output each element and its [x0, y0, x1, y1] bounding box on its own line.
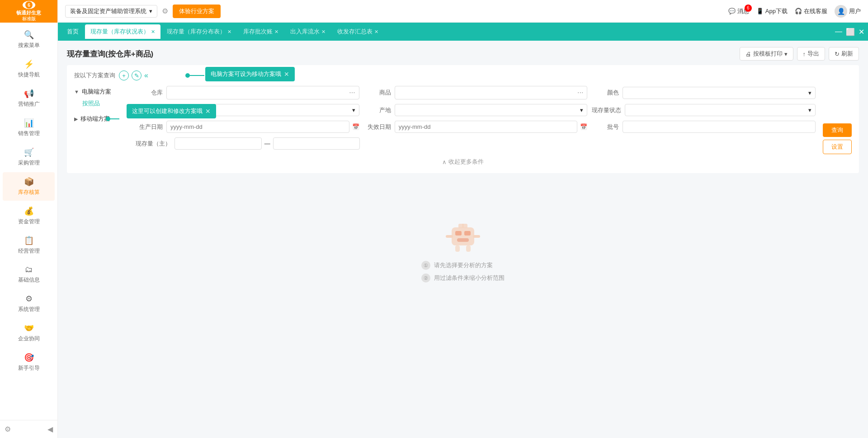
chevron-up-icon: ∧ [442, 159, 447, 165]
goods-select[interactable]: ··· [395, 86, 588, 99]
scheme-desktop-group[interactable]: ▼ 电脑端方案 [74, 86, 128, 98]
tab-inventory-dist[interactable]: 现存量（库存分布表） ✕ [161, 24, 237, 39]
tab-close-collect[interactable]: ✕ [374, 29, 378, 35]
tab-close-inventory-status[interactable]: ✕ [151, 29, 155, 35]
warehouse-select[interactable]: ··· [166, 86, 359, 99]
connector-line [190, 75, 204, 76]
add-scheme-btn[interactable]: + [119, 71, 129, 80]
operation-nav-icon: 📋 [24, 235, 34, 245]
produce-date-start[interactable] [166, 121, 349, 133]
top-header: 装备及固定资产辅助管理系统 ▾ ⚙ 体验行业方案 💬 消息 6 📱 App下载 … [58, 0, 868, 23]
industry-btn[interactable]: 体验行业方案 [173, 5, 221, 18]
tab-close-inout[interactable]: ✕ [321, 29, 326, 35]
system-name: 装备及固定资产辅助管理系统 [70, 7, 146, 15]
expire-date-start[interactable] [395, 121, 578, 133]
sidebar-item-operation[interactable]: 📋 经营管理 [3, 231, 55, 259]
export-btn[interactable]: ↑ 导出 [797, 47, 826, 61]
sidebar-nav: 🔍 搜索菜单 ⚡ 快捷导航 📢 营销推广 📊 销售管理 🛒 采购管理 📦 库存核… [0, 23, 57, 420]
refresh-btn[interactable]: ↻ 刷新 [829, 47, 859, 61]
sidebar-item-enterprise[interactable]: 🤝 企业协同 [3, 319, 55, 347]
filter-field-color: 颜色 ▾ [592, 87, 816, 99]
main-content: 装备及固定资产辅助管理系统 ▾ ⚙ 体验行业方案 💬 消息 6 📱 App下载 … [58, 0, 868, 438]
maximize-btn[interactable]: ⬜ [846, 28, 855, 36]
filter-tooltip-close[interactable]: ✕ [205, 108, 211, 115]
edit-scheme-btn[interactable]: ✎ [132, 71, 142, 80]
origin-label: 产地 [364, 106, 391, 114]
produce-date-range[interactable]: 📅 [166, 121, 359, 133]
scheme-item-bygoods[interactable]: 按照品 [74, 98, 128, 109]
sidebar-item-marketing[interactable]: 📢 营销推广 [3, 84, 55, 113]
avatar: 👤 [835, 5, 847, 18]
goods-dots[interactable]: ··· [577, 89, 583, 97]
connector2-line [110, 118, 119, 119]
svg-rect-4 [464, 231, 471, 235]
sidebar-item-system[interactable]: ⚙ 系统管理 [3, 289, 55, 318]
sidebar: 6 畅通好生意 标准版 🔍 搜索菜单 ⚡ 快捷导航 📢 营销推广 📊 销售管理 … [0, 0, 58, 438]
step-num-1: ① [421, 261, 430, 270]
origin-select[interactable]: ▾ [395, 104, 588, 116]
purchase-nav-icon: 🛒 [24, 147, 34, 157]
sidebar-item-basic[interactable]: 🗂 基础信息 [3, 260, 55, 288]
filter-body: ▼ 电脑端方案 按照品 ▶ 移动端方案 [74, 86, 852, 154]
message-btn[interactable]: 💬 消息 6 [728, 7, 749, 15]
filter-field-expire-date: 失效日期 📅 [364, 121, 588, 133]
chevron-down-stock-icon: ▾ [808, 107, 811, 113]
tab-close-inventory-dist[interactable]: ✕ [227, 29, 231, 35]
query-btn[interactable]: 查询 [823, 123, 852, 137]
mobile-icon: 📱 [756, 8, 764, 14]
online-service-btn[interactable]: 🎧 在线客服 [795, 7, 827, 15]
search-nav-icon: 🔍 [24, 30, 34, 40]
batch-no-input[interactable] [623, 121, 816, 133]
user-btn[interactable]: 👤 用户 [835, 5, 861, 18]
sidebar-item-search[interactable]: 🔍 搜索菜单 [3, 25, 55, 54]
stock-qty-min[interactable] [175, 137, 262, 150]
app-download-btn[interactable]: 📱 App下载 [756, 7, 788, 15]
tab-batch[interactable]: 库存批次账 ✕ [238, 24, 284, 39]
collapse-btn[interactable]: ∧ 收起更多条件 [442, 158, 484, 166]
collapse-sidebar-icon[interactable]: ◀ [47, 425, 53, 433]
refresh-icon: ↻ [835, 51, 840, 57]
logo-text: 畅通好生意 标准版 [16, 10, 41, 21]
expire-date-range[interactable]: 📅 [395, 121, 588, 133]
stock-status-label: 现存量状态 [592, 106, 621, 114]
reset-btn[interactable]: 设置 [823, 140, 852, 154]
filter-fields: 这里可以创建和修改方案哦 ✕ 仓库 ··· [136, 86, 816, 154]
settings-gear-btn[interactable]: ⚙ [162, 7, 168, 15]
color-label: 颜色 [592, 89, 619, 97]
tab-home[interactable]: 首页 [61, 24, 84, 39]
filter-field-stock-status: 现存量状态 ▾ [592, 104, 816, 116]
color-select[interactable]: ▾ [623, 87, 816, 99]
scheme-tooltip-close[interactable]: ✕ [284, 71, 289, 78]
sidebar-item-purchase[interactable]: 🛒 采购管理 [3, 143, 55, 171]
tab-inout[interactable]: 出入库流水 ✕ [285, 24, 331, 39]
back-arrow-icon[interactable]: « [144, 71, 148, 80]
print-btn[interactable]: 🖨 按模板打印 ▾ [740, 47, 793, 61]
stock-qty-max[interactable] [273, 137, 360, 150]
tooltip2-connector [106, 117, 119, 121]
svg-rect-10 [455, 245, 460, 252]
empty-step-2: ② 用过滤条件来缩小分析范围 [421, 273, 505, 283]
minimize-btn[interactable]: — [835, 28, 842, 36]
page-content: 现存量查询(按仓库+商品) 🖨 按模板打印 ▾ ↑ 导出 ↻ 刷新 [58, 41, 868, 438]
tab-collect[interactable]: 收发存汇总表 ✕ [332, 24, 384, 39]
calendar-icon-expire: 📅 [580, 123, 587, 130]
close-window-btn[interactable]: ✕ [859, 28, 864, 36]
filter-header: 按以下方案查询 + ✎ « 电脑方案可设为移动方案哦 ✕ [74, 71, 852, 80]
goods-label: 商品 [364, 89, 391, 97]
tab-close-batch[interactable]: ✕ [274, 29, 278, 35]
stock-status-select[interactable]: ▾ [625, 104, 816, 116]
sidebar-item-quick[interactable]: ⚡ 快捷导航 [3, 55, 55, 83]
sidebar-item-inventory[interactable]: 📦 库存核算 [3, 172, 55, 201]
warehouse-dots[interactable]: ··· [349, 89, 355, 97]
scheme-mobile-group[interactable]: ▶ 移动端方案 [74, 113, 128, 125]
svg-rect-11 [466, 245, 471, 252]
page-actions: 🖨 按模板打印 ▾ ↑ 导出 ↻ 刷新 [740, 47, 859, 61]
chevron-down-print-icon: ▾ [784, 51, 788, 57]
sidebar-item-sales[interactable]: 📊 销售管理 [3, 113, 55, 142]
newbie-nav-icon: 🎯 [24, 353, 34, 363]
tab-inventory-status[interactable]: 现存量（库存状况表） ✕ [85, 24, 160, 39]
system-selector[interactable]: 装备及固定资产辅助管理系统 ▾ [65, 5, 157, 18]
sidebar-item-finance[interactable]: 💰 资金管理 [3, 202, 55, 230]
settings-icon[interactable]: ⚙ [5, 425, 11, 433]
sidebar-item-newbie[interactable]: 🎯 新手引导 [3, 348, 55, 377]
